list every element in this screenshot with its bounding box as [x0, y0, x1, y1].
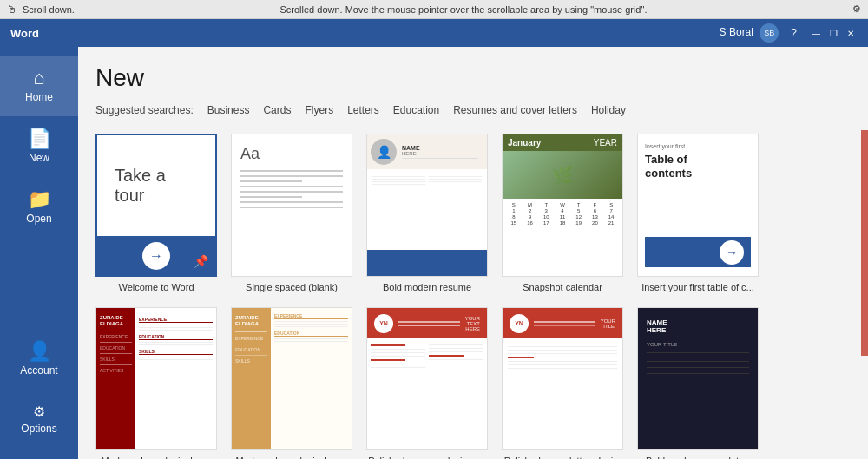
template-card-mcr2[interactable]: ZURAIDEELDIAGA EXPERIENCE EDUCATION SKIL… — [231, 307, 352, 459]
filter-tab-holiday[interactable]: Holiday — [591, 104, 626, 120]
sidebar-new-label: New — [29, 152, 49, 164]
sidebar-home-label: Home — [25, 91, 53, 103]
app-title: Word — [10, 27, 39, 40]
user-info: S Boral SB — [720, 23, 779, 43]
template-thumb-polished-resume: YN YOURTEXTHERE — [366, 307, 488, 450]
template-label-toc: Insert your first table of c... — [641, 281, 754, 293]
home-icon: ⌂ — [33, 69, 44, 88]
title-bar: Word S Boral SB ? — ❐ ✕ — [0, 19, 868, 47]
filter-tab-letters[interactable]: Letters — [347, 104, 379, 120]
template-card-blank[interactable]: Aa Single spaced (blank) — [231, 134, 352, 293]
template-label-blank: Single spaced (blank) — [246, 281, 338, 293]
template-label-mcr1: Modern chronological re... — [101, 455, 211, 459]
blank-line — [240, 191, 343, 193]
main-layout: ⌂ Home 📄 New 📁 Open 👤 Account ⚙ Options … — [0, 47, 868, 459]
blank-line-short — [240, 196, 302, 198]
pr-header: YN YOURTEXTHERE — [367, 308, 487, 338]
template-card-calendar[interactable]: January YEAR 🌿 SMTWTFS 1234567 891011121… — [502, 134, 623, 293]
user-badge: SB — [760, 23, 779, 43]
blank-line — [240, 186, 343, 187]
pr-initials: YN — [374, 314, 393, 333]
cal-image: 🌿 — [503, 151, 622, 199]
toc-hint-text: Insert your first — [645, 143, 751, 149]
templates-grid: Take a tour → 📌 Welcome to Word Aa — [95, 134, 851, 459]
blank-line — [240, 170, 343, 172]
open-icon: 📁 — [28, 190, 51, 209]
template-card-toc[interactable]: Insert your first Table ofcontents → Ins… — [637, 134, 759, 293]
template-label-polished-cover: Polished cover letter, desi... — [504, 455, 621, 459]
restore-button[interactable]: ❐ — [826, 26, 840, 40]
top-controls: ⚙ — [852, 3, 861, 15]
scroll-hint-text: Scrolled down. Move the mouse pointer ov… — [75, 4, 852, 15]
user-name: S Boral — [720, 26, 753, 38]
settings-icon[interactable]: ⚙ — [852, 3, 861, 15]
sidebar-item-open[interactable]: 📁 Open — [0, 177, 78, 238]
sidebar-item-options[interactable]: ⚙ Options — [0, 390, 78, 450]
template-thumb-polished-cover: YN YOURTITLE — [502, 307, 623, 450]
template-thumb-bold-resume: 👤 NAME HERE — [366, 134, 488, 277]
app-hint-text: Scroll down. — [23, 4, 75, 15]
pin-icon[interactable]: 📌 — [194, 254, 208, 268]
template-thumb-blank: Aa — [231, 134, 352, 277]
template-label-mcr2: Modern chronological co... — [235, 455, 347, 459]
sidebar-options-label: Options — [21, 423, 56, 435]
filter-tab-education[interactable]: Education — [393, 104, 439, 120]
template-label-calendar: Snapshot calendar — [523, 281, 602, 293]
blank-line — [240, 175, 343, 177]
sidebar-item-home[interactable]: ⌂ Home — [0, 56, 78, 116]
page-title: New — [95, 64, 851, 92]
template-thumb-mcr1: ZURAIDEELDIAGA EXPERIENCE EDUCATION SKIL… — [95, 307, 217, 450]
template-label-bold-resume: Bold modern resume — [383, 281, 471, 293]
scroll-icon: 🖱 — [7, 3, 17, 16]
blank-aa: Aa — [240, 145, 343, 163]
sidebar: ⌂ Home 📄 New 📁 Open 👤 Account ⚙ Options — [0, 47, 78, 459]
cal-grid: SMTWTFS 1234567 891011121314 15161718192… — [503, 199, 622, 229]
filter-tab-cards[interactable]: Cards — [263, 104, 291, 120]
filter-tab-flyers[interactable]: Flyers — [305, 104, 333, 120]
sidebar-account-label: Account — [20, 364, 57, 377]
app-hint: 🖱 Scroll down. — [7, 3, 75, 16]
help-button[interactable]: ? — [787, 27, 800, 39]
toc-title: Table ofcontents — [645, 153, 751, 180]
template-card-bold-resume[interactable]: 👤 NAME HERE — [366, 134, 488, 293]
title-bar-right: S Boral SB ? — ❐ ✕ — [720, 23, 858, 43]
template-label-tour: Welcome to Word — [118, 281, 194, 293]
blank-line — [240, 201, 343, 203]
scroll-indicator — [861, 130, 868, 356]
cal-header: January YEAR — [503, 134, 622, 151]
window-controls: — ❐ ✕ — [809, 26, 858, 40]
blank-line-short — [240, 180, 302, 182]
account-icon: 👤 — [28, 342, 51, 361]
sidebar-item-account[interactable]: 👤 Account — [0, 329, 78, 390]
template-thumb-toc: Insert your first Table ofcontents → — [637, 134, 759, 277]
template-label-polished-resume: Polished resume, designe... — [368, 455, 486, 459]
template-thumb-bold-cover: NAME HERE YOUR TITLE — [637, 307, 759, 450]
sidebar-open-label: Open — [26, 213, 51, 225]
close-button[interactable]: ✕ — [844, 26, 858, 40]
template-card-tour[interactable]: Take a tour → 📌 Welcome to Word — [95, 134, 217, 293]
filter-tab-business[interactable]: Business — [207, 104, 250, 120]
sidebar-item-new[interactable]: 📄 New — [0, 116, 78, 177]
notification-bar: 🖱 Scroll down. Scrolled down. Move the m… — [0, 0, 868, 19]
template-card-mcr1[interactable]: ZURAIDEELDIAGA EXPERIENCE EDUCATION SKIL… — [95, 307, 217, 459]
blank-line — [240, 207, 343, 208]
filter-tabs: Suggested searches: Business Cards Flyer… — [95, 104, 851, 120]
new-doc-icon: 📄 — [28, 129, 51, 148]
minimize-button[interactable]: — — [809, 26, 823, 40]
template-label-bold-cover: Bold modern cover letter — [646, 455, 750, 459]
template-card-polished-resume[interactable]: YN YOURTEXTHERE — [366, 307, 488, 459]
content-area[interactable]: New Suggested searches: Business Cards F… — [78, 47, 868, 459]
options-icon: ⚙ — [33, 405, 45, 419]
template-thumb-calendar: January YEAR 🌿 SMTWTFS 1234567 891011121… — [502, 134, 623, 277]
tour-text: Take a tour — [97, 135, 215, 236]
template-thumb-mcr2: ZURAIDEELDIAGA EXPERIENCE EDUCATION SKIL… — [231, 307, 352, 450]
filter-tab-resumes[interactable]: Resumes and cover letters — [453, 104, 577, 120]
template-card-bold-cover[interactable]: NAME HERE YOUR TITLE Bold modern cover l… — [637, 307, 759, 459]
toc-bottom: → — [645, 237, 751, 267]
template-card-polished-cover[interactable]: YN YOURTITLE — [502, 307, 623, 459]
filter-tab-suggested[interactable]: Suggested searches: — [95, 104, 194, 120]
template-thumb-tour: Take a tour → 📌 — [95, 134, 217, 277]
tour-arrow-icon: → — [142, 242, 170, 270]
